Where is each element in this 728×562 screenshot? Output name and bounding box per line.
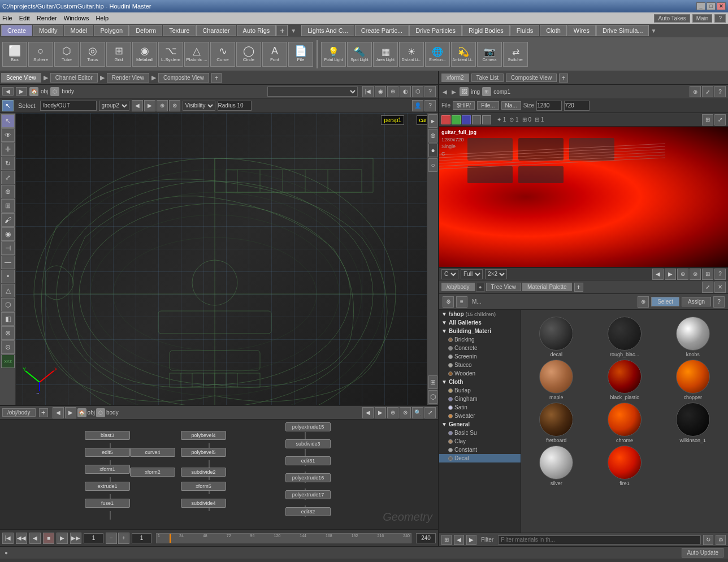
render-blue-btn[interactable] xyxy=(462,115,471,124)
tool-lsystem[interactable]: ⌥ L-System xyxy=(158,42,183,67)
view-tab-scene[interactable]: Scene View xyxy=(1,73,41,83)
path-nav-3[interactable]: ⊕ xyxy=(157,100,168,111)
add-tab-button[interactable]: + xyxy=(276,25,288,36)
path-nav-4[interactable]: ⊗ xyxy=(169,100,180,111)
radius-input[interactable] xyxy=(218,101,252,111)
right-tool-2[interactable]: ⊕ xyxy=(428,129,437,142)
right-tool-5[interactable]: ⊞ xyxy=(428,375,437,389)
tl-play-forward-button[interactable]: ▶ xyxy=(57,533,68,544)
start-frame-input[interactable] xyxy=(84,533,103,543)
node-xform2[interactable]: xform2 xyxy=(130,468,175,477)
tab-texture[interactable]: Texture xyxy=(163,25,196,36)
mat-cell-fretboard[interactable]: fretboard xyxy=(523,403,590,443)
minimize-button[interactable]: _ xyxy=(696,2,705,10)
mat-cell-rough-black[interactable]: rough_blac... xyxy=(592,317,658,357)
tree-bricking[interactable]: Bricking xyxy=(439,335,521,344)
tool-unknown4[interactable]: ⊙ xyxy=(1,340,15,354)
timeline-bar[interactable]: 1 24 48 72 96 120 144 168 192 216 240 xyxy=(156,533,411,543)
ng-btn-1[interactable]: ◀ xyxy=(362,407,374,418)
node-edit31[interactable]: edit31 xyxy=(285,456,331,465)
right-tab-overflow[interactable]: ▼ xyxy=(649,28,657,34)
tool-select-mode[interactable]: ↖ xyxy=(1,114,15,128)
size-input[interactable] xyxy=(536,101,562,111)
view-tab-render[interactable]: Render View xyxy=(107,73,149,83)
rp-tab-xform2[interactable]: xform2 xyxy=(441,74,469,82)
tab-model[interactable]: Model xyxy=(64,25,93,36)
breadcrumb-body[interactable]: body xyxy=(62,88,74,94)
tool-camera[interactable]: 📷 Camera xyxy=(477,42,502,67)
c-select[interactable]: C xyxy=(441,269,458,279)
node-polybevel4[interactable]: polybevel4 xyxy=(181,431,226,440)
mat-gear-icon[interactable]: ⚙ xyxy=(443,296,454,308)
node-canvas[interactable]: blast3 edit5 curve4 xform1 xform2 extrud… xyxy=(0,420,438,529)
file-browse-btn[interactable]: File... xyxy=(477,101,499,110)
auto-takes-button[interactable]: Auto Takes xyxy=(654,14,690,23)
mat-cell-black-plastic[interactable]: black_plastic xyxy=(592,360,658,400)
rp-nav-btn-1[interactable]: ⊕ xyxy=(690,86,701,97)
hip-path-btn[interactable]: $HIP/ xyxy=(453,101,475,110)
tl-next-frame-button[interactable]: ▶▶ xyxy=(70,533,81,544)
ng-btn-2[interactable]: ▶ xyxy=(375,407,386,418)
tool-distant-light[interactable]: ☀ Distant Li... xyxy=(399,42,424,67)
current-frame-display[interactable] xyxy=(416,533,436,543)
view-tab-channel[interactable]: Channel Editor xyxy=(50,73,98,83)
ng-tab-path[interactable]: /obj/body xyxy=(2,408,36,417)
node-edit5[interactable]: edit5 xyxy=(85,448,130,457)
tool-rotate[interactable]: ↻ xyxy=(1,157,15,170)
tab-rigid-bodies[interactable]: Rigid Bodies xyxy=(462,25,510,36)
nav-btn-1[interactable]: |◀ xyxy=(362,86,374,97)
tool-translate[interactable]: ✛ xyxy=(1,142,15,156)
maximize-button[interactable]: □ xyxy=(707,2,716,10)
tool-unknown1[interactable]: ⬡ xyxy=(1,298,15,312)
tool-unknown2[interactable]: ◧ xyxy=(1,312,15,326)
breadcrumb-nav-back[interactable]: ◀ xyxy=(2,87,14,96)
tool-circle[interactable]: ◯ Circle xyxy=(236,42,261,67)
mat-tab-tree-view[interactable]: Tree View xyxy=(486,283,521,291)
add-ng-tab[interactable]: + xyxy=(39,408,48,417)
tool-switcher[interactable]: ⇄ Switcher xyxy=(503,42,528,67)
tree-basic-su[interactable]: Basic Su xyxy=(439,429,521,437)
obj-icon[interactable]: 🏠 xyxy=(29,87,38,96)
ng-search[interactable]: 🔍 xyxy=(412,407,423,418)
path-nav-1[interactable]: ◀ xyxy=(132,100,143,111)
menu-render[interactable]: Render xyxy=(37,15,57,21)
tl-prev-frame-button[interactable]: ◀ xyxy=(29,533,41,544)
ng-body-icon[interactable]: ⬡ xyxy=(96,408,105,417)
tree-clay[interactable]: Clay xyxy=(439,437,521,446)
tab-character[interactable]: Character xyxy=(196,25,236,36)
mat-cell-wilkinson[interactable]: wilkinson_1 xyxy=(660,403,726,443)
render-nav-1[interactable]: ◀ xyxy=(652,269,664,280)
ng-btn-4[interactable]: ⊗ xyxy=(400,407,411,418)
tool-grid[interactable]: ⊞ Grid xyxy=(106,42,131,67)
path-input[interactable] xyxy=(40,101,97,111)
tree-satin[interactable]: Satin xyxy=(439,403,521,412)
full-select[interactable]: Full xyxy=(461,269,483,279)
ng-fullscreen[interactable]: ⤢ xyxy=(424,407,436,418)
ng-obj-label[interactable]: obj xyxy=(88,409,95,416)
tool-points[interactable]: • xyxy=(1,270,15,283)
mat-auto-update-icon[interactable]: ↻ xyxy=(703,535,713,545)
rp-nav-back[interactable]: ◀ xyxy=(441,89,448,95)
tree-screenin[interactable]: Screenin xyxy=(439,352,521,361)
rp-nav-btn-3[interactable]: ? xyxy=(714,86,726,97)
mat-cell-maple[interactable]: maple xyxy=(523,360,590,400)
nav-btn-4[interactable]: ◐ xyxy=(400,86,411,97)
visibility-dropdown[interactable]: Visibility xyxy=(183,101,215,111)
tl-stop-button[interactable]: ■ xyxy=(43,533,54,544)
nav-btn-5[interactable]: ⬡ xyxy=(412,86,423,97)
render-btn-5[interactable] xyxy=(482,115,491,124)
tab-cloth[interactable]: Cloth xyxy=(540,25,567,36)
network-dropdown[interactable] xyxy=(267,87,358,97)
tool-sphere[interactable]: ○ Sphere xyxy=(28,42,53,67)
tool-unknown3[interactable]: ⊗ xyxy=(1,326,15,340)
tl-prev-key-button[interactable]: ◀◀ xyxy=(16,533,27,544)
rp-comp-label[interactable]: comp1 xyxy=(493,89,510,95)
tool-box[interactable]: ⬜ Box xyxy=(2,42,27,67)
tree-item-shop[interactable]: ▼ /shop (15 children) xyxy=(439,310,521,318)
tl-start-button[interactable]: |◀ xyxy=(2,533,14,544)
node-blast3[interactable]: blast3 xyxy=(85,431,130,440)
node-subdivide3[interactable]: subdivide3 xyxy=(285,439,331,448)
tree-building-folder[interactable]: ▼ Building_Materi xyxy=(439,327,521,335)
ng-nav-2[interactable]: ▶ xyxy=(65,407,76,418)
tab-deform[interactable]: Deform xyxy=(129,25,162,36)
